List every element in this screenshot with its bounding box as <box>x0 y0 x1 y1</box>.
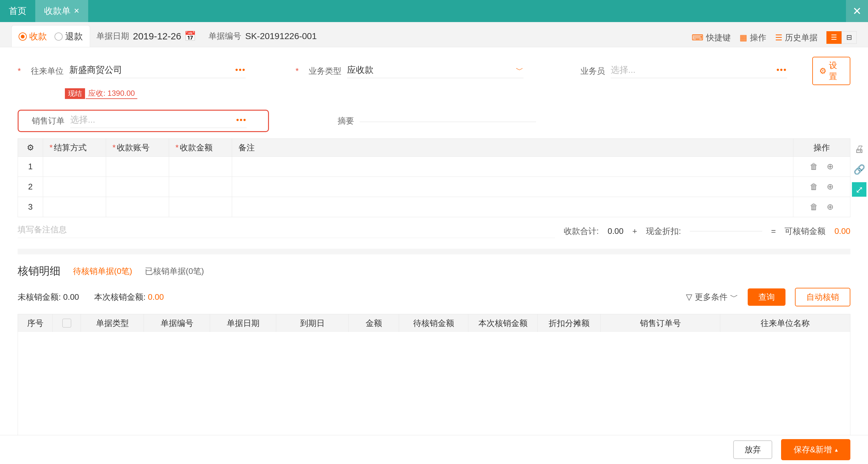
settings-button[interactable]: ⚙设置 <box>812 57 850 85</box>
add-row-icon[interactable]: ⊕ <box>827 202 834 212</box>
calendar-icon[interactable]: 📅 <box>184 31 196 41</box>
print-icon[interactable]: 🖨 <box>852 142 866 156</box>
vcol-type: 单据类型 <box>81 314 144 332</box>
doc-date-label: 单据日期 <box>96 31 129 41</box>
link-icon[interactable]: 🔗 <box>852 162 866 176</box>
equals-sign: = <box>771 226 776 236</box>
tab-done[interactable]: 已核销单据(0笔) <box>145 266 204 277</box>
verification-section: 核销明细 待核销单据(0笔) 已核销单据(0笔) 未核销金额: 0.00 本次核… <box>18 249 850 436</box>
col-settle-method: 结算方式 <box>43 139 106 156</box>
add-row-icon[interactable]: ⊕ <box>827 162 834 172</box>
side-tools: 🖨 🔗 ⤢ <box>850 139 868 197</box>
close-icon[interactable]: ✕ <box>74 7 80 15</box>
summary-input[interactable] <box>360 120 536 122</box>
customer-input[interactable]: 新盛商贸公司 ••• <box>69 64 246 78</box>
col-remark: 备注 <box>232 139 793 156</box>
expand-icon[interactable]: ⤢ <box>852 182 866 197</box>
radio-refund[interactable]: 退款 <box>55 31 83 42</box>
verification-title: 核销明细 <box>18 264 60 278</box>
summary-row: 填写备注信息 收款合计: 0.00 + 现金折扣: = 可核销金额 0.00 <box>0 217 868 249</box>
verification-table: 序号 单据类型 单据编号 单据日期 到期日 金额 待核销金额 本次核销金额 折扣… <box>18 314 850 436</box>
receipt-type-radios: 收款 退款 <box>11 25 90 47</box>
row-index: 1 <box>18 157 43 176</box>
select-all-checkbox[interactable] <box>62 319 71 327</box>
form-area: * 往来单位 新盛商贸公司 ••• * 业务类型 应收款 ﹀ 业务员 选择... <box>0 47 868 132</box>
sales-order-input[interactable]: 选择... ••• <box>70 114 247 128</box>
top-tab-bar: 首页 收款单 ✕ ✕ <box>0 0 868 22</box>
col-amount: 收款金额 <box>169 139 232 156</box>
vcol-date: 单据日期 <box>210 314 276 332</box>
this-amount-label: 本次核销金额: 0.00 <box>94 292 164 302</box>
grid-icon: ▦ <box>740 33 747 42</box>
plus-sign: + <box>632 226 637 236</box>
auto-verify-button[interactable]: 自动核销 <box>795 288 850 307</box>
customer-badges: 现结 应收: 1390.00 <box>65 88 850 99</box>
filter-icon: ▽ <box>686 292 692 302</box>
pending-amount-label: 未核销金额: 0.00 <box>18 292 79 302</box>
history-button[interactable]: ☰历史单据 <box>775 32 817 43</box>
vcol-pending: 待核销金额 <box>399 314 468 332</box>
operate-button[interactable]: ▦操作 <box>740 32 766 43</box>
shortcut-button[interactable]: ⌨快捷键 <box>692 32 731 43</box>
doc-no-label: 单据编号 <box>209 31 241 41</box>
tab-home[interactable]: 首页 <box>0 0 35 22</box>
add-row-icon[interactable]: ⊕ <box>827 182 834 192</box>
sub-header: 收款 退款 单据日期 2019-12-26 📅 单据编号 SK-20191226… <box>0 22 868 47</box>
vcol-due: 到期日 <box>276 314 349 332</box>
doc-date-value[interactable]: 2019-12-26 <box>133 31 181 41</box>
vcol-this: 本次核销金额 <box>468 314 538 332</box>
chevron-down-icon: ﹀ <box>730 292 738 302</box>
window-close-button[interactable]: ✕ <box>846 0 868 22</box>
view-toggle: ☰ ⊟ <box>827 31 857 44</box>
vcol-no: 单据编号 <box>144 314 210 332</box>
discount-input[interactable] <box>690 231 762 231</box>
payment-table: ⚙ 结算方式 收款账号 收款金额 备注 操作 1 🗑⊕ 2 🗑⊕ 3 🗑⊕ <box>18 138 850 217</box>
delete-icon[interactable]: 🗑 <box>810 182 818 192</box>
vcol-amount: 金额 <box>349 314 399 332</box>
salesperson-input[interactable]: 选择... ••• <box>611 64 787 78</box>
more-icon[interactable]: ••• <box>235 65 246 75</box>
delete-icon[interactable]: 🗑 <box>810 202 818 212</box>
view-detail-button[interactable]: ⊟ <box>841 31 857 44</box>
caret-up-icon: ▴ <box>835 446 838 453</box>
query-button[interactable]: 查询 <box>748 288 785 306</box>
discount-label: 现金折扣: <box>646 226 681 237</box>
customer-label: 往来单位 <box>23 65 64 77</box>
salesperson-label: 业务员 <box>574 65 605 77</box>
row-index: 2 <box>18 177 43 197</box>
biztype-label: 业务类型 <box>301 65 341 77</box>
chevron-down-icon[interactable]: ﹀ <box>516 65 523 75</box>
total-value: 0.00 <box>608 226 624 236</box>
tab-pending[interactable]: 待核销单据(0笔) <box>73 266 132 277</box>
vcol-seq: 序号 <box>18 314 53 332</box>
required-star: * <box>18 66 21 76</box>
table-row[interactable]: 1 🗑⊕ <box>18 156 850 176</box>
more-filter-button[interactable]: ▽更多条件﹀ <box>686 292 738 302</box>
cash-badge: 现结 <box>65 88 85 99</box>
keyboard-icon: ⌨ <box>692 33 704 42</box>
view-list-button[interactable]: ☰ <box>827 31 841 44</box>
sales-order-highlight: 销售订单 选择... ••• <box>18 110 269 132</box>
table-row[interactable]: 3 🗑⊕ <box>18 197 850 217</box>
table-settings-icon[interactable]: ⚙ <box>18 139 43 156</box>
vcol-check <box>53 314 81 332</box>
sales-order-label: 销售订单 <box>24 115 65 126</box>
more-icon[interactable]: ••• <box>776 65 787 75</box>
table-row[interactable]: 2 🗑⊕ <box>18 176 850 197</box>
writeoff-value: 0.00 <box>834 226 850 236</box>
col-account: 收款账号 <box>106 139 169 156</box>
discard-button[interactable]: 放弃 <box>733 440 772 459</box>
delete-icon[interactable]: 🗑 <box>810 162 818 172</box>
save-and-new-button[interactable]: 保存&新增▴ <box>781 439 850 460</box>
col-ops: 操作 <box>793 139 850 156</box>
radio-receive[interactable]: 收款 <box>19 31 47 42</box>
row-index: 3 <box>18 197 43 217</box>
vcol-discount: 折扣分摊额 <box>538 314 600 332</box>
more-icon[interactable]: ••• <box>236 115 247 125</box>
notes-input[interactable]: 填写备注信息 <box>18 224 555 238</box>
biztype-select[interactable]: 应收款 ﹀ <box>347 64 523 78</box>
tab-receipt[interactable]: 收款单 ✕ <box>35 0 88 22</box>
doc-no-value: SK-20191226-001 <box>245 31 316 41</box>
total-label: 收款合计: <box>564 226 599 237</box>
vcol-customer: 往来单位名称 <box>720 314 850 332</box>
